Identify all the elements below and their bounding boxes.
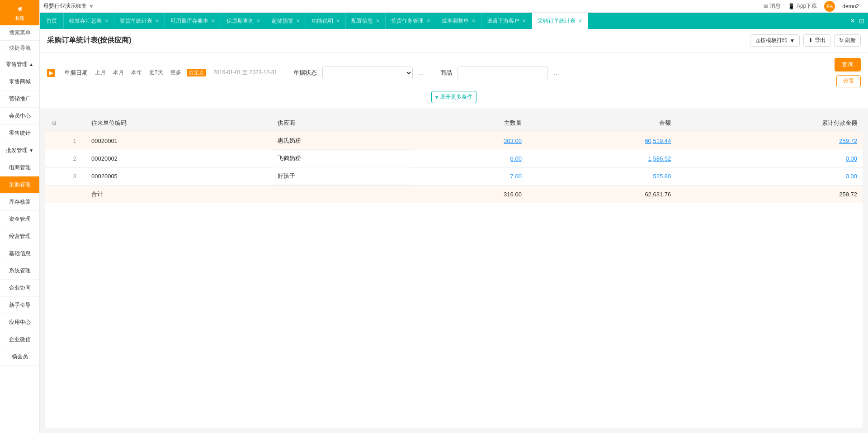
sidebar-item-retail[interactable]: 零售管理 ▲ (0, 56, 39, 73)
sidebar-item-ecommerce[interactable]: 电商管理 (0, 159, 39, 176)
footer-label-cell: 合计 (86, 186, 272, 203)
page-title: 采购订单统计表(按供应商) (47, 36, 132, 51)
tab-func-desc[interactable]: 功能说明 ✕ (306, 13, 346, 29)
sidebar-item-wholesale[interactable]: 批发管理 ▼ (0, 142, 39, 159)
sidebar-item-inventory[interactable]: 库存核算 (0, 194, 39, 211)
date-shortcuts: 上月 本月 本年 近7天 更多 自定义 (93, 68, 206, 77)
tab-overstock-close[interactable]: ✕ (296, 18, 300, 24)
custom-date-badge[interactable]: 自定义 (187, 69, 206, 76)
tab-config-close[interactable]: ✕ (376, 18, 380, 24)
sidebar-item-system[interactable]: 系统管理 (0, 262, 39, 280)
sidebar-search[interactable]: 搜索菜单 (0, 25, 39, 41)
print-dropdown-icon: ▼ (789, 38, 795, 44)
settings-button[interactable]: 设置 (836, 75, 861, 87)
shortcut-last-month[interactable]: 上月 (93, 68, 108, 77)
sidebar-item-marketing[interactable]: 营销推广 (0, 90, 39, 108)
user-name[interactable]: demo2 (842, 3, 859, 10)
sidebar-item-ops[interactable]: 经营管理 (0, 228, 39, 245)
tab-goods-stat-label: 要货单统计表 (120, 17, 152, 25)
tabbar-close-icon[interactable]: ✕ (850, 17, 855, 24)
tab-func-desc-label: 功能说明 (311, 17, 333, 25)
sidebar-shortcut[interactable]: 快捷导航 (0, 41, 39, 56)
sidebar-item-purchase[interactable]: 采购管理 (0, 176, 39, 194)
sidebar-item-app-center[interactable]: 应用中心 (0, 314, 39, 331)
tab-available-stock-close[interactable]: ✕ (211, 18, 215, 24)
logo-icon: 畅 (12, 4, 28, 14)
filter-expand-icon[interactable]: ▶ (47, 69, 55, 77)
message-button[interactable]: ✉ 消息 (764, 2, 781, 10)
user-area: ✉ 消息 📱 App下载 Ea demo2 (758, 0, 864, 13)
shortcut-more[interactable]: 更多 (169, 68, 183, 77)
row-amount[interactable]: 525.80 (527, 167, 676, 186)
tab-cost-adjust[interactable]: 成本调整单 ✕ (436, 13, 481, 29)
column-settings-icon[interactable]: ⚙ (52, 120, 57, 127)
th-supplier-label: 供应商 (278, 119, 295, 126)
shortcut-this-month[interactable]: 本月 (111, 68, 126, 77)
sidebar-item-enterprise[interactable]: 企业协同 (0, 280, 39, 297)
sidebar-item-wholesale-label: 批发管理 (6, 147, 28, 153)
refresh-label: 刷新 (845, 37, 856, 43)
tab-receive-send[interactable]: 收发存汇总表 ✕ (64, 13, 114, 29)
row-main-qty[interactable]: 7.00 (410, 167, 527, 186)
shortcut-7days[interactable]: 近7天 (147, 68, 165, 77)
sidebar-item-retail-stat[interactable]: 零售统计 (0, 125, 39, 142)
tab-pick-task[interactable]: 拣货任务管理 ✕ (386, 13, 436, 29)
row-paid-amount[interactable]: 259.72 (676, 132, 863, 150)
row-paid-amount[interactable]: 0.00 (676, 150, 863, 167)
row-main-qty[interactable]: 6.00 (410, 150, 527, 167)
sidebar-item-wechat[interactable]: 企业微信 (0, 331, 39, 348)
sidebar-item-system-label: 系统管理 (9, 267, 31, 274)
footer-gear-cell (45, 186, 63, 203)
sidebar-item-finance[interactable]: 资金管理 (0, 211, 39, 228)
th-unit-code: 往来单位编码 (86, 114, 272, 132)
tab-cost-adjust-label: 成本调整单 (442, 17, 469, 25)
sidebar-item-app-center-label: 应用中心 (9, 319, 31, 325)
user-avatar[interactable]: Ea (824, 1, 835, 12)
tab-purchase-stat-close[interactable]: ✕ (578, 18, 582, 24)
tab-cost-adjust-close[interactable]: ✕ (472, 18, 476, 24)
expand-more-button[interactable]: ▾ 展开更多条件 (431, 91, 476, 103)
tab-purchase-stat[interactable]: 采购订单统计表 ✕ (532, 13, 588, 29)
export-button[interactable]: ⬇ 导出 (803, 34, 830, 47)
tab-invite-downstream[interactable]: 邀请下游客户 ✕ (481, 13, 532, 29)
tab-shelf-life[interactable]: 保质期查询 ✕ (221, 13, 266, 29)
refresh-button[interactable]: ↻ 刷新 (834, 34, 861, 47)
tab-config[interactable]: 配置信息 ✕ (346, 13, 386, 29)
shortcut-label: 快捷导航 (2, 44, 38, 52)
tab-goods-stat-close[interactable]: ✕ (155, 18, 159, 24)
page-content: 采购订单统计表(按供应商) 🖨 按模板打印 ▼ ⬇ 导出 ↻ 刷新 (40, 29, 868, 433)
row-paid-amount[interactable]: 0.00 (676, 167, 863, 186)
row-amount[interactable]: 60,519.44 (527, 132, 676, 150)
tab-invite-downstream-close[interactable]: ✕ (522, 18, 526, 24)
row-supplier: 好孩子 (272, 167, 411, 185)
tab-shelf-life-close[interactable]: ✕ (256, 18, 260, 24)
tab-receive-send-close[interactable]: ✕ (104, 18, 108, 24)
row-amount[interactable]: 1,586.52 (527, 150, 676, 167)
app-logo[interactable]: 畅 标题 (0, 0, 39, 25)
app-download-button[interactable]: 📱 App下载 (788, 2, 817, 10)
goods-input[interactable] (458, 67, 548, 79)
tab-home[interactable]: 首页 (40, 13, 64, 29)
tab-available-stock[interactable]: 可用量库存账本 ✕ (165, 13, 221, 29)
shortcut-this-year[interactable]: 本年 (129, 68, 144, 77)
sidebar-item-newbie[interactable]: 新手引导 (0, 297, 39, 314)
query-button[interactable]: 查询 (835, 58, 861, 71)
footer-label: 合计 (91, 190, 103, 197)
sidebar-item-basic[interactable]: 基础信息 (0, 245, 39, 262)
topbar: 母婴行业演示账套 ▼ ✉ 消息 📱 App下载 Ea demo2 (40, 0, 868, 13)
sidebar-item-retail-shop[interactable]: 零售商城 (0, 73, 39, 90)
th-amount-label: 金额 (659, 119, 671, 126)
tab-overstock[interactable]: 超储预警 ✕ (266, 13, 306, 29)
print-button[interactable]: 🖨 按模板打印 ▼ (750, 34, 800, 47)
row-main-qty[interactable]: 303.00 (410, 132, 527, 150)
tab-goods-stat[interactable]: 要货单统计表 ✕ (114, 13, 165, 29)
message-icon: ✉ (764, 3, 768, 10)
tabbar-expand-icon[interactable]: ⊡ (859, 17, 864, 24)
status-select[interactable] (322, 67, 413, 79)
workspace-selector[interactable]: 母婴行业演示账套 ▼ (43, 2, 94, 10)
sidebar-item-member[interactable]: 会员中心 (0, 108, 39, 125)
tab-func-desc-close[interactable]: ✕ (336, 18, 340, 24)
sidebar-item-vip[interactable]: 畅会员 (0, 348, 39, 366)
message-label: 消息 (770, 2, 781, 10)
tab-pick-task-close[interactable]: ✕ (426, 18, 430, 24)
